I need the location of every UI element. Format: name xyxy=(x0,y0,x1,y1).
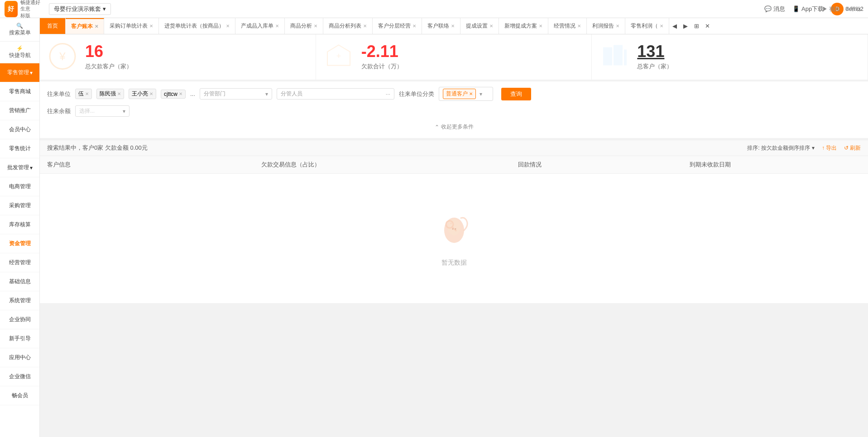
tab-product-analysis-list[interactable]: 商品分析列表 ✕ xyxy=(323,18,373,34)
sidebar-item-marketing[interactable]: 营销推广 xyxy=(0,101,39,120)
tab-commission-settings[interactable]: 提成设置 ✕ xyxy=(460,18,499,34)
message-btn[interactable]: 💬 消息 xyxy=(764,5,785,13)
result-actions: 排序: 按欠款金额倒序排序 ▾ ↑ 导出 ↺ 刷新 xyxy=(747,144,861,152)
filter-tag-unit[interactable]: 伍 ✕ xyxy=(75,89,92,99)
top-bar: 好 畅捷通好生意 标版 母婴行业演示账套 ▾ 💬 消息 📱 App下载 D xyxy=(0,0,868,18)
sidebar-item-wholesale[interactable]: 批发管理 ▾ xyxy=(0,158,39,177)
sidebar-item-app-center[interactable]: 应用中心 xyxy=(0,348,39,367)
tab-close-new-commission[interactable]: ✕ xyxy=(539,24,542,28)
tab-retail-profit[interactable]: 零售利润（ ✕ xyxy=(625,18,669,34)
chevron-up-icon: ⌃ xyxy=(435,124,439,130)
sidebar-item-retail-mall[interactable]: 零售商城 xyxy=(0,82,39,101)
sidebar-item-enterprise-collab[interactable]: 企业协同 xyxy=(0,310,39,329)
tab-close-customer-account[interactable]: ✕ xyxy=(95,24,98,29)
tab-close-commission[interactable]: ✕ xyxy=(489,24,493,28)
tab-customer-tier[interactable]: 客户分层经营 ✕ xyxy=(373,18,422,34)
tab-close-analysis-list[interactable]: ✕ xyxy=(363,24,367,28)
tab-close-profit[interactable]: ✕ xyxy=(616,24,619,28)
sidebar: 🔍 搜索菜单 ⚡ 快捷导航 零售管理 ▾ 零售商城 营销推广 会员中心 零售统计… xyxy=(0,18,40,437)
svg-point-10 xyxy=(450,223,452,224)
app-download-btn[interactable]: 📱 App下载 xyxy=(792,5,824,13)
app-selector[interactable]: 母婴行业演示账套 ▾ xyxy=(44,3,764,15)
tab-profit-report[interactable]: 利润报告 ✕ xyxy=(587,18,625,34)
result-bar: 搜索结果中，客户0家 欠款金额 0.00元 排序: 按欠款金额倒序排序 ▾ ↑ … xyxy=(40,140,868,156)
tab-close-retail-profit[interactable]: ✕ xyxy=(660,24,663,28)
classify-tag-selected[interactable]: 普通客户 ✕ xyxy=(443,89,476,99)
filter-more-btn[interactable]: ... xyxy=(190,90,195,97)
tab-customer-contact[interactable]: 客户联络 ✕ xyxy=(422,18,460,34)
balance-dropdown[interactable]: 选择... ▾ xyxy=(75,105,129,117)
tab-import-stats[interactable]: 进货单统计表（按商品） ✕ xyxy=(159,18,235,34)
sidebar-item-new-guide[interactable]: 新手引导 xyxy=(0,329,39,348)
sidebar-item-purchase[interactable]: 采购管理 xyxy=(0,196,39,215)
tab-product-instock[interactable]: 产成品入库单 ✕ xyxy=(235,18,285,34)
svg-point-11 xyxy=(452,228,453,230)
svg-rect-4 xyxy=(614,45,623,66)
filter-tag-wang[interactable]: 王小亮 ✕ xyxy=(129,89,156,99)
sidebar-item-quick-nav[interactable]: ⚡ 快捷导航 xyxy=(0,42,39,63)
tab-home[interactable]: 首页 xyxy=(40,18,66,34)
sidebar-item-finance[interactable]: 资金管理 xyxy=(0,234,39,253)
sidebar-item-inventory[interactable]: 库存核算 xyxy=(0,215,39,234)
col-header-debt: 欠款交易信息（占比） xyxy=(261,161,518,169)
remove-tag-cjttcw[interactable]: ✕ xyxy=(179,91,182,96)
download-icon: 📱 xyxy=(792,5,800,12)
classify-dropdown[interactable]: 普通客户 ✕ ▾ xyxy=(439,87,493,101)
tab-customer-account[interactable]: 客户账本 ✕ xyxy=(66,18,104,34)
empty-text: 暂无数据 xyxy=(441,259,467,267)
sidebar-item-system[interactable]: 系统管理 xyxy=(0,291,39,310)
sidebar-item-member[interactable]: 会员中心 xyxy=(0,120,39,139)
sidebar-item-basic-info[interactable]: 基础信息 xyxy=(0,272,39,291)
logo-area: 好 畅捷通好生意 标版 xyxy=(5,0,44,19)
sidebar-item-enterprise-wechat[interactable]: 企业微信 xyxy=(0,367,39,386)
tab-scroll-left[interactable]: ◀ xyxy=(669,18,680,34)
tab-close-import[interactable]: ✕ xyxy=(226,24,230,28)
sort-btn[interactable]: 排序: 按欠款金额倒序排序 ▾ xyxy=(747,144,815,152)
filter-row-1: 往来单位 伍 ✕ 陈民强 ✕ 王小亮 ✕ xyxy=(47,87,861,101)
tab-close-all[interactable]: ✕ xyxy=(702,18,713,34)
content-area: 首页 客户账本 ✕ 采购订单统计表 ✕ 进货单统计表（按商品） ✕ 产成品入库单… xyxy=(40,18,868,437)
export-btn[interactable]: ↑ 导出 xyxy=(822,144,837,152)
col-header-customer: 客户信息 xyxy=(47,161,261,169)
remove-tag-wang[interactable]: ✕ xyxy=(149,91,153,96)
tab-new-commission[interactable]: 新增提成方案 ✕ xyxy=(499,18,548,34)
chevron-down-icon: ▾ xyxy=(123,108,125,114)
chevron-down-icon: ▾ xyxy=(265,91,268,97)
tab-close-instock[interactable]: ✕ xyxy=(275,24,279,28)
tab-close-operations[interactable]: ✕ xyxy=(577,24,581,28)
tab-product-analysis[interactable]: 商品分析 ✕ xyxy=(285,18,323,34)
remove-tag-wu[interactable]: ✕ xyxy=(85,91,89,96)
page-content: ¥ 16 总欠款客户（家） + xyxy=(40,34,868,437)
sidebar-item-retail[interactable]: 零售管理 ▾ xyxy=(0,63,39,82)
tab-close-purchase[interactable]: ✕ xyxy=(149,24,153,28)
sidebar-item-operations[interactable]: 经营管理 xyxy=(0,253,39,272)
refresh-btn[interactable]: ↺ 刷新 xyxy=(844,144,861,152)
tab-expand[interactable]: ⊞ xyxy=(691,18,702,34)
tab-close-contact[interactable]: ✕ xyxy=(451,24,455,28)
sidebar-item-search[interactable]: 🔍 搜索菜单 xyxy=(0,18,39,42)
filter-tag-cjttcw[interactable]: cjttcw ✕ xyxy=(161,90,186,99)
sub-person-input[interactable]: 分管人员 ··· xyxy=(277,88,394,100)
sidebar-item-retail-stats[interactable]: 零售统计 xyxy=(0,139,39,158)
logo-text: 畅捷通好生意 标版 xyxy=(20,0,44,19)
empty-illustration xyxy=(436,210,472,253)
tab-scroll-right[interactable]: ▶ xyxy=(680,18,691,34)
tab-close-tier[interactable]: ✕ xyxy=(412,24,416,28)
stat-number-1: 16 xyxy=(85,43,132,60)
sub-dept-dropdown[interactable]: 分管部门 ▾ xyxy=(200,88,272,100)
sidebar-item-premium-member[interactable]: 畅会员 xyxy=(0,386,39,405)
query-btn[interactable]: 查询 xyxy=(501,88,531,100)
tab-operations[interactable]: 经营情况 ✕ xyxy=(548,18,587,34)
collapse-btn[interactable]: ⌃ 收起更多条件 xyxy=(433,121,475,133)
tab-close-analysis[interactable]: ✕ xyxy=(314,24,317,28)
remove-tag-chen[interactable]: ✕ xyxy=(117,91,121,96)
stat-label-1: 总欠款客户（家） xyxy=(85,62,132,71)
sidebar-item-ecommerce[interactable]: 电商管理 xyxy=(0,177,39,196)
filter-tag-chen[interactable]: 陈民强 ✕ xyxy=(96,89,124,99)
sub-person-more[interactable]: ··· xyxy=(386,91,390,97)
tab-purchase-order-stats[interactable]: 采购订单统计表 ✕ xyxy=(104,18,159,34)
app-selector-btn[interactable]: 母婴行业演示账套 ▾ xyxy=(49,3,111,15)
classify-label: 往来单位分类 xyxy=(399,90,434,98)
balance-label: 往来余额 xyxy=(47,107,71,115)
remove-classify[interactable]: ✕ xyxy=(469,91,473,96)
